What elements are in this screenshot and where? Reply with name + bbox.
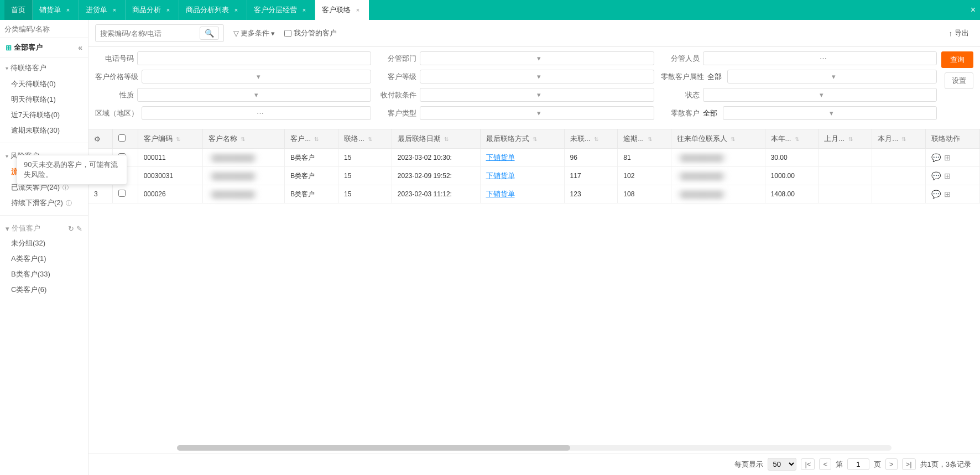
main-layout: ⊞ 全部客户 « ▾ 待联络客户 今天待联络(0) 明天待联络(1) 近7天待联…: [0, 20, 980, 475]
cell-last-method[interactable]: 下销货单: [480, 167, 564, 185]
table-area: ⚙ 客户编码 ⇅ 客户名称 ⇅: [88, 129, 980, 443]
sidebar-item-class-c[interactable]: C类客户(6): [0, 282, 88, 297]
sidebar-item-7days[interactable]: 近7天待联络(0): [0, 107, 88, 123]
collapse-icon[interactable]: «: [78, 43, 82, 52]
filter-payment-label: 收付款条件: [378, 90, 416, 100]
per-page-select[interactable]: 50 100 200: [768, 458, 796, 471]
sort-tmonth-icon: ⇅: [901, 136, 906, 142]
chat-action-icon[interactable]: 💬: [931, 190, 941, 199]
sidebar-item-class-a[interactable]: A类客户(1): [0, 251, 88, 267]
filter-phone-input[interactable]: [137, 51, 371, 65]
first-page-btn[interactable]: |<: [801, 458, 815, 470]
window-close-icon[interactable]: ×: [971, 5, 976, 15]
tab-sales[interactable]: 销货单 ×: [33, 0, 79, 20]
tab-sales-label: 销货单: [39, 5, 61, 15]
tab-analysis-list-label: 商品分析列表: [186, 5, 229, 15]
tab-sales-close[interactable]: ×: [64, 6, 72, 14]
tab-customer-tier[interactable]: 客户分层经营 ×: [247, 0, 315, 20]
sidebar-item-today[interactable]: 今天待联络(0): [0, 76, 88, 92]
churned-info-icon: ⓘ: [62, 184, 69, 191]
th-uncontacted[interactable]: 未联... ⇅: [564, 129, 618, 149]
th-type[interactable]: 客户... ⇅: [285, 129, 338, 149]
filter-search-icon[interactable]: 🔍: [200, 27, 219, 40]
tab-analysis-list[interactable]: 商品分析列表 ×: [179, 0, 247, 20]
filter-cust-level-select[interactable]: ▾: [420, 70, 654, 83]
last-method-link[interactable]: 下销货单: [486, 190, 515, 198]
sidebar-all-customers[interactable]: ⊞ 全部客户 «: [0, 38, 88, 58]
tab-analysis[interactable]: 商品分析 ×: [126, 0, 179, 20]
select-all-checkbox[interactable]: [118, 134, 126, 142]
sidebar-item-ungrouped[interactable]: 未分组(32): [0, 236, 88, 251]
sidebar-pending-header[interactable]: ▾ 待联络客户: [0, 60, 88, 76]
th-this-month[interactable]: 本月... ⇅: [872, 129, 926, 149]
value-refresh-icon[interactable]: ↻: [68, 225, 74, 233]
th-last-month[interactable]: 上月... ⇅: [819, 129, 872, 149]
sidebar-item-overdue[interactable]: 逾期未联络(30): [0, 123, 88, 138]
more-action-icon[interactable]: ⊞: [944, 153, 951, 162]
my-customers-checkbox-label[interactable]: 我分管的客户: [284, 28, 337, 38]
value-edit-icon[interactable]: ✎: [76, 225, 82, 233]
page-number-input[interactable]: [847, 458, 869, 470]
sidebar-item-declining[interactable]: 持续下滑客户(2) ⓘ: [0, 195, 88, 211]
tab-home[interactable]: 首页: [4, 0, 33, 20]
filter-retail-attr-select[interactable]: ▾: [727, 70, 937, 83]
th-checkbox[interactable]: [113, 129, 138, 149]
more-action-icon[interactable]: ⊞: [944, 190, 951, 199]
filter-search-input[interactable]: [100, 29, 200, 38]
filter-retail-cust-select[interactable]: ▾: [723, 106, 937, 120]
more-action-icon[interactable]: ⊞: [944, 171, 951, 180]
h-scrollbar[interactable]: [177, 445, 892, 451]
th-last-date[interactable]: 最后联络日期 ⇅: [392, 129, 480, 149]
cell-last-method[interactable]: 下销货单: [480, 185, 564, 203]
tab-customer-contact[interactable]: 客户联络 ×: [315, 0, 369, 20]
last-method-link[interactable]: 下销货单: [486, 171, 515, 180]
filter-cust-type: 客户类型 ▾: [378, 106, 654, 120]
my-customers-checkbox[interactable]: [284, 30, 291, 37]
cell-last-method[interactable]: 下销货单: [480, 149, 564, 167]
th-contacts[interactable]: 往来单位联系人 ⇅: [671, 129, 765, 149]
filter-region-select[interactable]: ⋯: [142, 106, 371, 120]
h-scroll-thumb[interactable]: [177, 445, 570, 451]
row-checkbox-2[interactable]: [118, 190, 126, 197]
filter-gender-select[interactable]: ▾: [137, 88, 371, 102]
filter-price-select[interactable]: ▾: [142, 70, 371, 83]
horizontal-scroll[interactable]: [88, 443, 980, 453]
filter-manager-select[interactable]: ⋯: [703, 51, 937, 65]
next-page-btn[interactable]: >: [885, 458, 898, 470]
chat-action-icon[interactable]: 💬: [931, 153, 941, 162]
filter-dept-select[interactable]: ▾: [420, 51, 654, 65]
tab-analysis-close[interactable]: ×: [164, 6, 172, 14]
gear-icon[interactable]: ⚙: [94, 135, 101, 143]
page-label: 第: [836, 460, 843, 469]
tab-analysis-list-close[interactable]: ×: [232, 6, 240, 14]
sidebar-item-tomorrow[interactable]: 明天待联络(1): [0, 92, 88, 107]
filter-status-select[interactable]: ▾: [703, 88, 937, 102]
chat-action-icon[interactable]: 💬: [931, 171, 941, 180]
sidebar-search-input[interactable]: [4, 25, 88, 33]
sidebar-pending-label: 待联络客户: [11, 63, 46, 73]
cell-checkbox[interactable]: [113, 185, 138, 203]
export-btn[interactable]: ↑ 导出: [945, 26, 974, 40]
filter-cust-type-select[interactable]: ▾: [420, 106, 654, 120]
th-last-method[interactable]: 最后联络方式 ⇅: [480, 129, 564, 149]
last-page-btn[interactable]: >|: [902, 458, 916, 470]
tab-purchase[interactable]: 进货单 ×: [79, 0, 126, 20]
filter-retail-attr: 零散客户属性 全部 ▾: [661, 70, 937, 83]
th-contact[interactable]: 联络... ⇅: [338, 129, 392, 149]
th-overdue[interactable]: 逾期... ⇅: [618, 129, 671, 149]
th-name[interactable]: 客户名称 ⇅: [202, 129, 284, 149]
settings-button[interactable]: 设置: [945, 72, 973, 89]
tab-customer-contact-close[interactable]: ×: [354, 6, 362, 14]
prev-page-btn[interactable]: <: [819, 458, 831, 470]
payment-chevron-icon: ▾: [537, 91, 649, 99]
more-conditions-btn[interactable]: ▽ 更多条件 ▾: [228, 25, 280, 41]
last-method-link[interactable]: 下销货单: [486, 153, 515, 161]
th-settings[interactable]: ⚙: [88, 129, 113, 149]
th-code[interactable]: 客户编码 ⇅: [138, 129, 202, 149]
filter-payment-select[interactable]: ▾: [420, 88, 654, 102]
query-button[interactable]: 查询: [941, 51, 973, 68]
th-this-year[interactable]: 本年... ⇅: [765, 129, 819, 149]
tab-purchase-close[interactable]: ×: [111, 6, 118, 14]
sidebar-item-class-b[interactable]: B类客户(33): [0, 267, 88, 282]
tab-customer-tier-close[interactable]: ×: [300, 6, 308, 14]
